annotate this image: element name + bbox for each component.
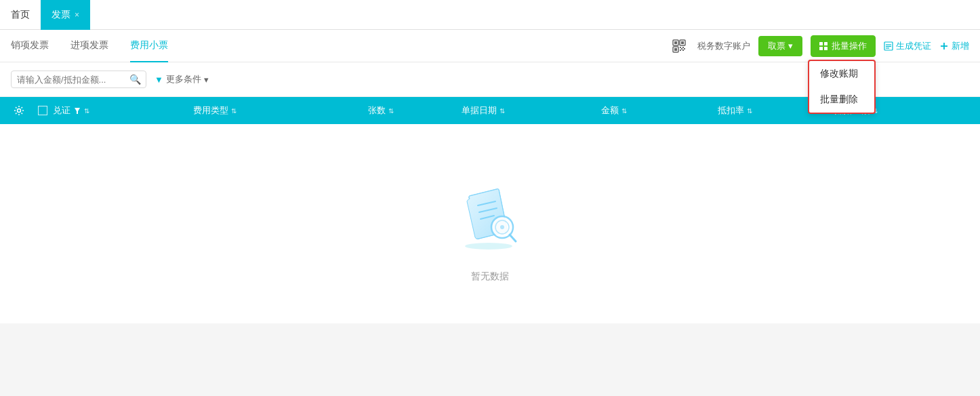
- tab-sales-invoice[interactable]: 销项发票: [11, 30, 49, 62]
- svg-rect-10: [681, 48, 682, 50]
- svg-marker-23: [75, 108, 80, 114]
- search-wrap: 🔍: [11, 71, 146, 88]
- modify-period-item[interactable]: 修改账期: [809, 61, 874, 87]
- sort-date-icon[interactable]: ⇅: [499, 107, 505, 115]
- th-amount-label: 金额: [601, 104, 619, 117]
- sort-voucher-icon[interactable]: ⇅: [84, 107, 89, 115]
- svg-rect-13: [824, 42, 828, 45]
- sub-nav-tabs: 销项发票 进项发票 费用小票: [11, 30, 168, 62]
- batch-icon: [819, 41, 829, 51]
- batch-op-label: 批量操作: [832, 40, 867, 52]
- invoice-tab-label: 发票: [52, 9, 70, 21]
- svg-rect-11: [684, 48, 685, 50]
- gen-voucher-button[interactable]: 生成凭证: [884, 40, 931, 52]
- search-input[interactable]: [17, 75, 125, 85]
- take-ticket-button[interactable]: 取票 ▾: [758, 36, 802, 56]
- sort-amount-icon[interactable]: ⇅: [621, 107, 627, 115]
- svg-rect-8: [680, 50, 681, 51]
- th-amount: 金额 ⇅: [601, 104, 718, 117]
- more-filter-arrow: ▾: [204, 75, 209, 85]
- filter-icon: ▼: [155, 75, 163, 85]
- svg-rect-6: [680, 47, 681, 48]
- th-date: 单据日期 ⇅: [462, 104, 602, 117]
- plus-icon: [939, 41, 949, 51]
- top-nav: 首页 发票 ×: [0, 0, 980, 30]
- svg-rect-12: [819, 42, 823, 45]
- select-all-checkbox[interactable]: [38, 106, 47, 115]
- voucher-icon: [884, 41, 893, 51]
- svg-rect-1: [674, 41, 677, 44]
- take-ticket-arrow: ▾: [788, 41, 793, 51]
- filter-voucher-icon[interactable]: [73, 106, 81, 115]
- invoice-tab[interactable]: 发票 ×: [41, 0, 90, 30]
- empty-illustration: [449, 178, 531, 260]
- search-icon[interactable]: 🔍: [129, 74, 141, 85]
- tab-purchase-invoice[interactable]: 进项发票: [70, 30, 108, 62]
- gear-icon: [14, 105, 24, 116]
- empty-state: 暂无数据: [0, 124, 980, 323]
- gen-voucher-label: 生成凭证: [896, 40, 931, 52]
- svg-rect-15: [824, 47, 828, 50]
- tab-expense-receipt[interactable]: 费用小票: [130, 30, 168, 62]
- svg-rect-7: [682, 47, 684, 48]
- th-checkbox[interactable]: [33, 106, 53, 115]
- svg-point-31: [500, 225, 504, 229]
- th-settings[interactable]: [5, 105, 33, 116]
- svg-rect-5: [674, 48, 677, 51]
- svg-rect-14: [819, 47, 823, 50]
- svg-rect-9: [682, 50, 684, 51]
- more-filter-button[interactable]: ▼ 更多条件 ▾: [155, 73, 209, 85]
- svg-line-30: [510, 235, 516, 241]
- svg-point-22: [18, 109, 21, 113]
- th-expense-label: 费用类型: [193, 104, 228, 117]
- svg-point-24: [465, 243, 512, 250]
- th-date-label: 单据日期: [462, 104, 497, 117]
- batch-op-wrapper: 批量操作 修改账期 批量删除: [811, 35, 876, 57]
- empty-text: 暂无数据: [471, 271, 509, 283]
- add-new-button[interactable]: 新增: [939, 40, 969, 52]
- th-deduct-rate-label: 抵扣率: [718, 104, 744, 117]
- th-count-label: 张数: [368, 104, 386, 117]
- invoice-tab-close[interactable]: ×: [75, 10, 79, 20]
- batch-delete-item[interactable]: 批量删除: [809, 87, 874, 113]
- sort-deduct-rate-icon[interactable]: ⇅: [747, 107, 752, 115]
- th-count: 张数 ⇅: [368, 104, 462, 117]
- home-link[interactable]: 首页: [11, 9, 41, 21]
- batch-op-button[interactable]: 批量操作: [811, 35, 876, 57]
- sort-expense-icon[interactable]: ⇅: [231, 107, 237, 115]
- more-filter-label: 更多条件: [166, 73, 201, 85]
- qr-code-button[interactable]: [669, 36, 689, 56]
- add-label: 新增: [952, 40, 969, 52]
- take-ticket-label: 取票: [768, 40, 785, 52]
- sort-count-icon[interactable]: ⇅: [388, 107, 394, 115]
- toolbar: 税务数字账户 取票 ▾ 批量操作 修改账期 批量删除: [669, 35, 969, 57]
- svg-rect-3: [681, 41, 684, 44]
- th-voucher-label: 兑证: [53, 104, 70, 117]
- tax-account-button[interactable]: 税务数字账户: [697, 40, 750, 52]
- sub-nav: 销项发票 进项发票 费用小票: [0, 30, 980, 62]
- th-expense: 费用类型 ⇅: [193, 104, 368, 117]
- batch-op-dropdown: 修改账期 批量删除: [808, 60, 876, 114]
- th-voucher: 兑证 ⇅: [53, 104, 193, 117]
